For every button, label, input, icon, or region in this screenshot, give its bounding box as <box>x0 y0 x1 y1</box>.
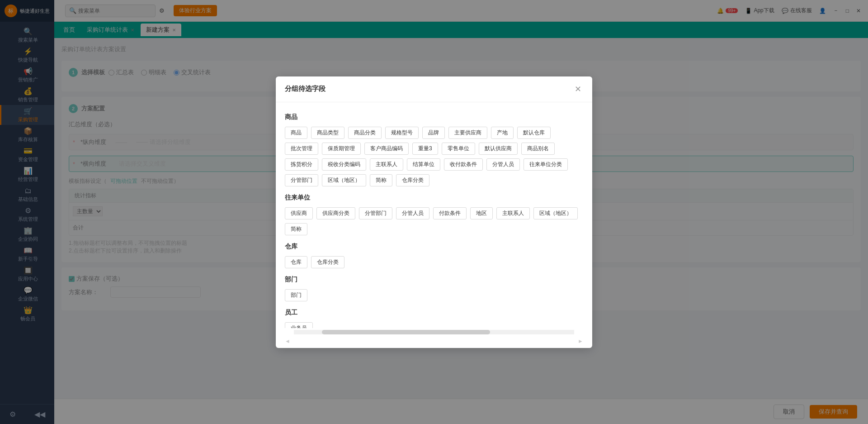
modal-hscroll-thumb <box>322 330 490 334</box>
field-tag-supervisor[interactable]: 分管人员 <box>486 158 520 171</box>
field-tags-products: 商品 商品类型 商品分类 规格型号 品牌 主要供应商 产地 默认仓库 批次管理 … <box>285 127 583 186</box>
field-tag-warehouse-item[interactable]: 仓库 <box>285 256 307 268</box>
field-tag-dept[interactable]: 分管部门 <box>359 207 392 219</box>
field-tags-department: 部门 <box>285 289 583 301</box>
field-tag-pick-score[interactable]: 拣货积分 <box>285 158 318 171</box>
field-tag-retail-unit[interactable]: 零售单位 <box>442 143 475 155</box>
modal-horizontal-scrollbar[interactable] <box>294 330 574 334</box>
modal-close-button[interactable]: ✕ <box>572 84 583 95</box>
field-tag-main-supplier[interactable]: 主要供应商 <box>448 127 487 139</box>
field-tag-product-alias[interactable]: 商品别名 <box>521 143 555 155</box>
field-tag-settle-unit[interactable]: 结算单位 <box>407 158 440 171</box>
field-tag-abbreviation[interactable]: 简称 <box>370 174 392 186</box>
field-tag-default-supplier[interactable]: 默认供应商 <box>479 143 518 155</box>
field-tag-person-in-charge[interactable]: 分管人员 <box>396 207 429 219</box>
section-title-employee: 员工 <box>285 309 583 317</box>
field-tag-region[interactable]: 区域（地区） <box>322 174 366 186</box>
field-tag-mgmt-dept[interactable]: 分管部门 <box>285 174 318 186</box>
modal-overlay: 分组待选字段 ✕ 商品 商品 商品类型 商品分类 规格型号 品牌 主要供应商 产… <box>0 0 868 424</box>
field-tag-product-type[interactable]: 商品类型 <box>311 127 344 139</box>
field-tags-warehouse: 仓库 仓库分类 <box>285 256 583 268</box>
modal-header: 分组待选字段 ✕ <box>276 76 592 102</box>
field-tag-main-contact[interactable]: 主联系人 <box>370 158 403 171</box>
field-tag-tax-code[interactable]: 税收分类编码 <box>322 158 366 171</box>
field-tag-supplier-category[interactable]: 供应商分类 <box>316 207 355 219</box>
section-title-department: 部门 <box>285 276 583 284</box>
field-tags-employee: 业务员 <box>285 322 583 328</box>
field-tag-region2[interactable]: 区域（地区） <box>533 207 578 219</box>
field-tag-spec-model[interactable]: 规格型号 <box>385 127 419 139</box>
field-tag-salesperson[interactable]: 业务员 <box>285 322 313 328</box>
field-tag-shelf-life[interactable]: 保质期管理 <box>322 143 361 155</box>
field-tag-area[interactable]: 地区 <box>470 207 493 219</box>
field-tag-weight[interactable]: 重量3 <box>412 143 438 155</box>
section-title-products: 商品 <box>285 113 583 121</box>
field-tag-partner-category[interactable]: 往来单位分类 <box>524 158 568 171</box>
section-title-partner: 往来单位 <box>285 194 583 202</box>
field-tag-department-item[interactable]: 部门 <box>285 289 307 301</box>
field-tag-product-category[interactable]: 商品分类 <box>348 127 382 139</box>
modal-scroll-arrows: ◄ ► <box>276 336 592 348</box>
field-tag-warehouse-category[interactable]: 仓库分类 <box>396 174 429 186</box>
field-tag-default-warehouse[interactable]: 默认仓库 <box>517 127 551 139</box>
scroll-left-arrow[interactable]: ◄ <box>285 338 290 344</box>
field-tag-payment-condition[interactable]: 付款条件 <box>433 207 467 219</box>
modal-body[interactable]: 商品 商品 商品类型 商品分类 规格型号 品牌 主要供应商 产地 默认仓库 批次… <box>276 102 592 328</box>
section-title-warehouse: 仓库 <box>285 243 583 251</box>
field-tag-supplier[interactable]: 供应商 <box>285 207 313 219</box>
field-tag-short-name[interactable]: 简称 <box>285 223 307 235</box>
field-tag-batch-mgmt[interactable]: 批次管理 <box>285 143 318 155</box>
field-tag-payment-terms[interactable]: 收付款条件 <box>444 158 483 171</box>
field-tag-origin[interactable]: 产地 <box>491 127 514 139</box>
modal-title: 分组待选字段 <box>285 85 326 93</box>
field-tag-brand[interactable]: 品牌 <box>422 127 445 139</box>
field-tag-product[interactable]: 商品 <box>285 127 307 139</box>
field-tags-partner: 供应商 供应商分类 分管部门 分管人员 付款条件 地区 主联系人 区域（地区） … <box>285 207 583 235</box>
field-select-modal: 分组待选字段 ✕ 商品 商品 商品类型 商品分类 规格型号 品牌 主要供应商 产… <box>276 76 592 348</box>
scroll-right-arrow[interactable]: ► <box>578 338 583 344</box>
field-tag-contact[interactable]: 主联系人 <box>496 207 530 219</box>
modal-hscroll-area <box>276 328 592 336</box>
field-tag-customer-code[interactable]: 客户商品编码 <box>364 143 409 155</box>
field-tag-warehouse-cat[interactable]: 仓库分类 <box>311 256 344 268</box>
